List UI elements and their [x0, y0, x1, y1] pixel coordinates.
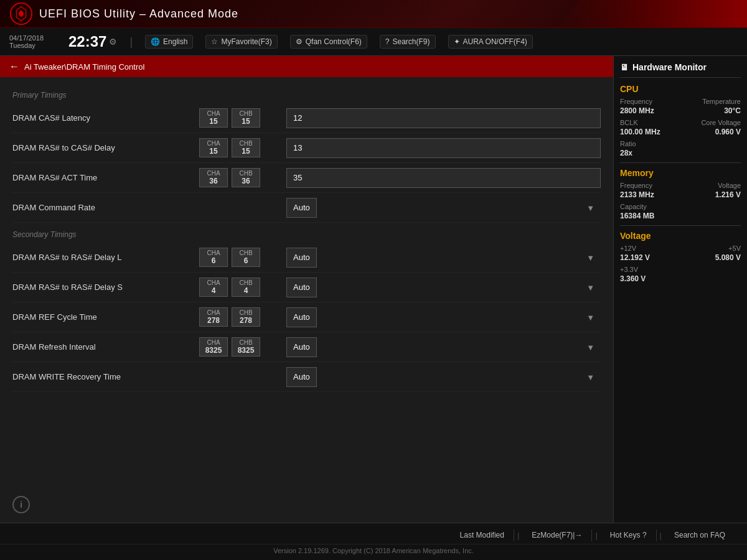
ras-delay-s-label: DRAM RAS# to RAS# Delay S: [12, 282, 199, 292]
breadcrumb: ← Ai Tweaker\DRAM Timing Control: [0, 56, 613, 77]
info-button[interactable]: i: [12, 496, 30, 513]
chevron-down-icon: ▼: [586, 203, 594, 212]
write-recovery-select-wrapper: Auto ▼: [286, 367, 601, 387]
cas-latency-row: DRAM CAS# Latency CHA 15 CHB 15: [12, 103, 601, 133]
ras-cas-delay-input[interactable]: [286, 138, 601, 158]
ezmode-button[interactable]: EzMode(F7)|→: [522, 530, 592, 541]
ras-delay-s-chb: CHB 4: [232, 278, 260, 297]
ref-cycle-time-row: DRAM REF Cycle Time CHA 278 CHB 278 Auto…: [12, 302, 601, 332]
qfan-button[interactable]: ⚙ Qfan Control(F6): [290, 35, 367, 49]
rog-logo-icon: [9, 2, 33, 26]
command-rate-row: DRAM Command Rate CHA- CHB- Auto 1T 2T ▼: [12, 193, 601, 223]
ras-delay-l-cha: CHA 6: [199, 248, 228, 267]
hardware-monitor-title: 🖥 Hardware Monitor: [620, 62, 741, 78]
aura-button[interactable]: ✦ AURA ON/OFF(F4): [448, 35, 533, 49]
refresh-interval-chb: CHB 8325: [232, 337, 260, 357]
command-rate-select-wrapper: Auto 1T 2T ▼: [286, 198, 601, 218]
ras-delay-l-select[interactable]: Auto: [286, 248, 317, 268]
chevron-down-icon: ▼: [586, 372, 594, 381]
hot-keys-button[interactable]: Hot Keys ?: [601, 530, 657, 541]
memory-frequency-row: Frequency Voltage: [620, 182, 741, 189]
write-recovery-label: DRAM WRITE Recovery Time: [12, 372, 199, 381]
fan-icon: ⚙: [296, 37, 303, 46]
write-recovery-select[interactable]: Auto: [286, 367, 317, 387]
monitor-icon: 🖥: [620, 62, 629, 72]
refresh-interval-channels: CHA 8325 CHB 8325: [199, 337, 286, 357]
cas-latency-chb: CHB 15: [232, 108, 260, 128]
cpu-frequency-value-row: 2800 MHz 30°C: [620, 106, 741, 115]
cas-latency-label: DRAM CAS# Latency: [12, 113, 199, 123]
refresh-interval-row: DRAM Refresh Interval CHA 8325 CHB 8325 …: [12, 332, 601, 362]
ras-act-chb: CHB 36: [232, 168, 260, 187]
info-bar: 04/17/2018 Tuesday 22:37 ⚙ | 🌐 English ☆…: [0, 28, 747, 56]
footer-version: Version 2.19.1269. Copyright (C) 2018 Am…: [0, 544, 747, 554]
primary-timings-label: Primary Timings: [12, 83, 601, 103]
date-label: 04/17/2018: [9, 34, 56, 42]
voltage-33-value-row: 3.360 V: [620, 274, 741, 283]
main-content: ← Ai Tweaker\DRAM Timing Control Primary…: [0, 56, 613, 523]
cpu-bclk-value-row: 100.00 MHz 0.960 V: [620, 128, 741, 136]
clock-display: 22:37: [68, 34, 106, 49]
refresh-interval-label: DRAM Refresh Interval: [12, 342, 199, 352]
cpu-ratio-row: Ratio: [620, 140, 741, 147]
ras-cas-delay-label: DRAM RAS# to CAS# Delay: [12, 143, 199, 152]
ras-act-time-input[interactable]: [286, 168, 601, 188]
chevron-down-icon: ▼: [586, 342, 594, 352]
memory-voltage-divider: [620, 225, 741, 226]
cpu-memory-divider: [620, 162, 741, 163]
aura-icon: ✦: [454, 37, 460, 46]
memory-section-title: Memory: [620, 168, 741, 178]
language-selector[interactable]: 🌐 English: [145, 35, 193, 49]
ras-delay-l-row: DRAM RAS# to RAS# Delay L CHA 6 CHB 6 Au…: [12, 243, 601, 273]
command-rate-select[interactable]: Auto 1T 2T: [286, 198, 317, 218]
aura-label: AURA ON/OFF(F4): [463, 37, 527, 46]
hardware-monitor-panel: 🖥 Hardware Monitor CPU Frequency Tempera…: [613, 56, 747, 529]
myfavorite-label: MyFavorite(F3): [221, 37, 271, 46]
ras-delay-l-label: DRAM RAS# to RAS# Delay L: [12, 253, 199, 262]
cpu-section-title: CPU: [620, 84, 741, 94]
chevron-down-icon: ▼: [586, 282, 594, 292]
command-rate-label: DRAM Command Rate: [12, 203, 199, 212]
title-bar: UEFI BIOS Utility – Advanced Mode: [0, 0, 747, 28]
ref-cycle-select[interactable]: Auto: [286, 307, 317, 327]
gear-icon: ⚙: [109, 37, 117, 47]
ras-act-cha: CHA 36: [199, 168, 228, 187]
day-label: Tuesday: [9, 42, 56, 49]
cas-latency-input[interactable]: [286, 108, 601, 128]
voltage-12-value-row: 12.192 V 5.080 V: [620, 253, 741, 262]
ras-delay-s-select[interactable]: Auto: [286, 278, 317, 297]
refresh-interval-select[interactable]: Auto: [286, 337, 317, 357]
search-button[interactable]: ? Search(F9): [380, 35, 436, 49]
secondary-timings-label: Secondary Timings: [12, 223, 601, 243]
memory-capacity-row: Capacity: [620, 203, 741, 210]
cas-latency-cha: CHA 15: [199, 108, 228, 128]
search-faq-button[interactable]: Search on FAQ: [665, 530, 735, 541]
globe-icon: 🌐: [151, 37, 160, 46]
search-icon: ?: [385, 37, 390, 46]
footer: Last Modified | EzMode(F7)|→ | Hot Keys …: [0, 523, 747, 560]
back-arrow-icon[interactable]: ←: [9, 61, 19, 72]
search-label: Search(F9): [393, 37, 430, 46]
settings-area: Primary Timings DRAM CAS# Latency CHA 15…: [0, 77, 613, 398]
ref-cycle-select-wrapper: Auto ▼: [286, 307, 601, 327]
myfavorite-button[interactable]: ☆ MyFavorite(F3): [205, 35, 277, 49]
ras-delay-l-select-wrapper: Auto ▼: [286, 248, 601, 268]
last-modified-button[interactable]: Last Modified: [451, 530, 514, 541]
footer-buttons: Last Modified | EzMode(F7)|→ | Hot Keys …: [0, 530, 747, 544]
ras-cas-cha: CHA 15: [199, 138, 228, 157]
ref-cycle-channels: CHA 278 CHB 278: [199, 307, 286, 327]
voltage-section-title: Voltage: [620, 231, 741, 241]
cas-latency-channels: CHA 15 CHB 15: [199, 108, 286, 128]
qfan-label: Qfan Control(F6): [306, 37, 362, 46]
language-label: English: [163, 37, 187, 46]
chevron-down-icon: ▼: [586, 312, 594, 322]
refresh-interval-select-wrapper: Auto ▼: [286, 337, 601, 357]
cpu-bclk-row: BCLK Core Voltage: [620, 119, 741, 126]
info-icon: i: [20, 500, 22, 510]
cpu-ratio-value-row: 28x: [620, 149, 741, 157]
memory-capacity-value-row: 16384 MB: [620, 212, 741, 220]
cpu-frequency-row: Frequency Temperature: [620, 98, 741, 105]
ras-act-channels: CHA 36 CHB 36: [199, 168, 286, 187]
myfavorite-icon: ☆: [211, 37, 218, 46]
ref-cycle-cha: CHA 278: [199, 307, 228, 327]
